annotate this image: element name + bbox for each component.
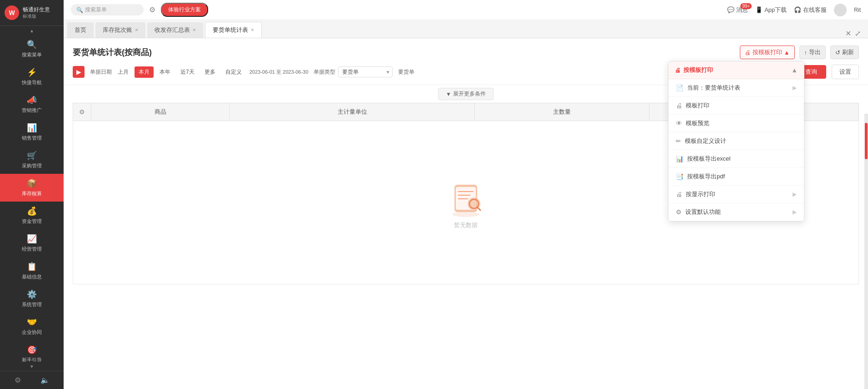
expand-more-btn[interactable]: ▼ 展开更多条件	[438, 88, 494, 100]
type-select-wrapper: 要货单	[338, 66, 393, 77]
export-icon: ↑	[804, 49, 808, 56]
sidebar-logo: W 畅通好生意 标准版	[0, 0, 64, 26]
dropdown-item-current[interactable]: 📄 当前：要货单统计表 ▶	[668, 79, 804, 97]
sidebar-label-1: 快捷导航	[22, 79, 42, 86]
sidebar-label-5: 库存核算	[22, 190, 42, 197]
sidebar-item-4[interactable]: 🛒采购管理	[0, 146, 64, 174]
tab-inventory-batch[interactable]: 库存批次账 ×	[95, 22, 145, 38]
date-btn-this-year[interactable]: 本年	[155, 66, 175, 78]
sidebar-icon-9: ⚙️	[27, 289, 37, 299]
arrow-icon-display: ▶	[793, 191, 797, 197]
dropdown-item-template-custom[interactable]: ✏ 模板自定义设计	[668, 132, 804, 150]
sidebar-item-6[interactable]: 💰资金管理	[0, 202, 64, 229]
date-btn-custom[interactable]: 自定义	[221, 66, 246, 78]
excel-icon: 📊	[676, 155, 683, 162]
app-download-btn[interactable]: 📱 App下载	[755, 6, 787, 14]
sidebar-icon-3: 📊	[27, 123, 37, 133]
tab-collection-summary[interactable]: 收发存汇总表 ×	[147, 22, 203, 38]
close-tab-order-stats[interactable]: ×	[251, 27, 254, 33]
sidebar-item-10[interactable]: 🤝企业协同	[0, 313, 64, 340]
table-settings-col: ⚙	[73, 103, 91, 121]
template-print-btn[interactable]: 🖨 按模板打印 ▲	[740, 45, 795, 59]
online-service-btn[interactable]: 🎧 在线客服	[794, 6, 827, 14]
close-tab-inventory-batch[interactable]: ×	[135, 27, 138, 33]
dropdown-item-display-print[interactable]: 🖨 按显示打印 ▶	[668, 186, 804, 203]
page-header: 要货单统计表(按商品) 🖨 按模板打印 ▲ ↑ 导出 ↺ 刷新	[64, 38, 868, 59]
tab-order-stats[interactable]: 要货单统计表 ×	[205, 22, 262, 38]
sidebar-label-7: 经营管理	[22, 246, 42, 253]
sidebar: W 畅通好生意 标准版 ▲ 🔍搜索菜单⚡快捷导航📣营销推广📊销售管理🛒采购管理📦…	[0, 0, 64, 389]
sidebar-icon-11: 🎯	[27, 345, 37, 355]
refresh-icon: ↺	[835, 49, 840, 56]
dropdown-item-export-excel[interactable]: 📊 按模板导出excel	[668, 150, 804, 168]
date-btn-this-month[interactable]: 本月	[135, 66, 154, 78]
messages-btn[interactable]: 💬 消息 99+	[727, 6, 748, 14]
message-icon: 💬	[727, 6, 734, 13]
page-title: 要货单统计表(按商品)	[73, 47, 152, 58]
date-btn-7days[interactable]: 近7天	[176, 66, 199, 78]
sidebar-label-10: 企业协同	[22, 329, 42, 336]
col-quantity: 主数量	[475, 103, 649, 121]
sidebar-scroll-up[interactable]: ▲	[0, 26, 64, 35]
sidebar-item-2[interactable]: 📣营销推广	[0, 91, 64, 118]
sound-icon[interactable]: 🔈	[40, 376, 50, 384]
template-print-dropdown: 🖨 按模板打印 ▲ 📄 当前：要货单统计表 ▶ 🖨 模板打印 👁 模板预览	[668, 61, 804, 222]
print-icon: 🖨	[676, 102, 682, 109]
sidebar-label-2: 营销推广	[22, 107, 42, 114]
topbar-right: 💬 消息 99+ 📱 App下载 🎧 在线客服 Rit	[727, 4, 861, 16]
search-bar[interactable]: 🔍 搜索菜单	[71, 4, 144, 15]
export-btn[interactable]: ↑ 导出	[799, 45, 826, 59]
dropdown-item-set-default[interactable]: ⚙ 设置默认功能 ▶	[668, 203, 804, 221]
table-settings-icon[interactable]: ⚙	[79, 108, 85, 116]
sidebar-icon-4: 🛒	[27, 151, 37, 161]
user-avatar[interactable]	[834, 4, 847, 16]
gear-icon[interactable]: ⚙	[149, 5, 155, 14]
tabs-bar: 首页 库存批次账 × 收发存汇总表 × 要货单统计表 × ✕ ⤢	[64, 20, 868, 38]
sidebar-item-0[interactable]: 🔍搜索菜单	[0, 35, 64, 63]
phone-icon: 📱	[755, 6, 763, 13]
trial-btn[interactable]: 体验行业方案	[161, 3, 208, 17]
app-name: 畅通好生意 标准版	[23, 6, 50, 20]
empty-state-illustration	[443, 176, 489, 221]
svg-point-0	[452, 212, 479, 217]
sidebar-label-0: 搜索菜单	[22, 51, 42, 58]
filter-toggle-btn[interactable]: ▶	[73, 66, 85, 78]
sidebar-icon-2: 📣	[27, 95, 37, 105]
sidebar-item-11[interactable]: 🎯新手引导	[0, 340, 64, 362]
sidebar-icon-5: 📦	[27, 178, 37, 188]
printer-dropdown-icon: 🖨	[675, 67, 681, 74]
sidebar-icon-8: 📋	[27, 262, 37, 272]
dropdown-close-btn[interactable]: ▲	[791, 66, 798, 74]
sidebar-item-5[interactable]: 📦库存核算	[0, 174, 64, 202]
dropdown-item-template-preview[interactable]: 👁 模板预览	[668, 115, 804, 132]
filter-date-group: 单据日期 上月 本月 本年 近7天 更多 自定义 2023-06-01 至 20…	[90, 66, 308, 78]
close-tab-collection-summary[interactable]: ×	[193, 27, 196, 33]
preview-icon: 👁	[676, 120, 682, 127]
sidebar-item-1[interactable]: ⚡快捷导航	[0, 63, 64, 91]
tab-home[interactable]: 首页	[67, 22, 94, 38]
sidebar-icon-10: 🤝	[27, 317, 37, 327]
chevron-up-icon: ▲	[784, 49, 790, 56]
date-btn-last-month[interactable]: 上月	[114, 66, 133, 78]
settings-icon[interactable]: ⚙	[15, 376, 21, 384]
dropdown-item-template-print[interactable]: 🖨 模板打印	[668, 97, 804, 115]
sidebar-scroll-down[interactable]: ▼	[0, 362, 64, 371]
doc-icon: 📄	[676, 84, 683, 91]
sidebar-item-3[interactable]: 📊销售管理	[0, 118, 64, 146]
main-area: 🔍 搜索菜单 ⚙ 体验行业方案 💬 消息 99+ 📱 App下载 🎧 在线客服 …	[64, 0, 868, 389]
right-scrollbar[interactable]	[864, 114, 868, 389]
sidebar-item-7[interactable]: 📈经营管理	[0, 229, 64, 257]
refresh-btn[interactable]: ↺ 刷新	[830, 45, 859, 59]
type-select[interactable]: 要货单	[338, 66, 393, 77]
arrow-icon-default: ▶	[793, 209, 797, 215]
sidebar-item-8[interactable]: 📋基础信息	[0, 257, 64, 285]
sidebar-item-9[interactable]: ⚙️系统管理	[0, 285, 64, 313]
username-label[interactable]: Rit	[854, 7, 861, 13]
window-close-btn[interactable]: ✕	[845, 29, 851, 38]
dropdown-item-export-pdf[interactable]: 📑 按模板导出pdf	[668, 168, 804, 186]
page-content: 要货单统计表(按商品) 🖨 按模板打印 ▲ ↑ 导出 ↺ 刷新	[64, 38, 868, 389]
dropdown-title: 🖨 按模板打印	[675, 66, 713, 74]
window-expand-btn[interactable]: ⤢	[855, 29, 861, 38]
date-btn-more[interactable]: 更多	[200, 66, 219, 78]
settings-filter-btn[interactable]: 设置	[832, 65, 859, 79]
